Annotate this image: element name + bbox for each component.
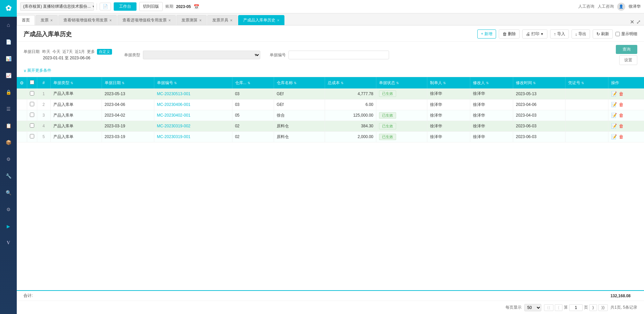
query-button[interactable]: 查询 bbox=[616, 45, 637, 54]
tab-sales-vat[interactable]: 查看销项增值税专用发票 × bbox=[58, 15, 117, 25]
col-voucher-num-header[interactable]: 凭证号 ⇅ bbox=[565, 77, 608, 88]
shortcut-custom[interactable]: 自定义 bbox=[97, 49, 112, 55]
per-page-select[interactable]: 50 100 200 bbox=[524, 304, 541, 311]
print-dropdown-icon[interactable]: ▼ bbox=[540, 32, 544, 36]
col-creator-header[interactable]: 制单人 ⇅ bbox=[427, 77, 470, 88]
topbar-right: 人工咨询 人工咨询 👤 徐泽华 bbox=[578, 3, 641, 11]
tab-purchase-vat[interactable]: 查看进项增值税专用发票 × bbox=[117, 15, 176, 25]
user-name[interactable]: 徐泽华 bbox=[629, 4, 641, 9]
col-settings[interactable]: ⚙ bbox=[17, 77, 27, 88]
sidebar-item-analytics[interactable]: 📈 bbox=[0, 67, 17, 84]
shortcut-7days[interactable]: 近7天 bbox=[62, 49, 73, 55]
sidebar-item-home[interactable]: ⌂ bbox=[0, 17, 17, 34]
filter-date-range[interactable]: 2023-01-01 至 2023-06-06 bbox=[43, 55, 112, 61]
show-detail-checkbox[interactable]: 显示明细 bbox=[615, 31, 637, 37]
tab-sales-vat-close[interactable]: × bbox=[109, 18, 112, 23]
sidebar-item-menu[interactable]: ☰ bbox=[0, 101, 17, 117]
tab-close-all-btn[interactable]: ✕ bbox=[630, 19, 634, 25]
tab-home[interactable]: 首页 bbox=[17, 15, 35, 25]
sidebar-item-gear2[interactable]: ⚙ bbox=[0, 201, 17, 218]
row4-delete-icon[interactable]: 🗑 bbox=[619, 123, 624, 129]
doc-template-btn[interactable]: 📄 bbox=[100, 3, 111, 10]
select-all-checkbox[interactable] bbox=[30, 80, 34, 84]
col-doc-type-header[interactable]: 单据类型 ⇅ bbox=[50, 77, 102, 88]
tab-invoice-open[interactable]: 发票开具 × bbox=[207, 15, 237, 25]
calendar-icon[interactable]: 📅 bbox=[194, 4, 199, 9]
sidebar-item-settings[interactable]: ⚙ bbox=[0, 151, 17, 168]
row5-modify-time: 2023-06-03 bbox=[513, 131, 565, 142]
support-btn[interactable]: 人工咨询 bbox=[578, 4, 594, 9]
sort-warehouse-code-icon: ⇅ bbox=[248, 81, 250, 85]
tab-invoice-open-close[interactable]: × bbox=[230, 18, 232, 23]
row3-checkbox[interactable] bbox=[27, 110, 37, 121]
tab-invoice-calc-close[interactable]: × bbox=[199, 18, 202, 23]
row4-checkbox[interactable] bbox=[27, 121, 37, 131]
tab-product-history-close[interactable]: × bbox=[277, 18, 279, 23]
row2-edit-icon[interactable]: 📝 bbox=[611, 102, 617, 107]
sidebar-item-box[interactable]: 📦 bbox=[0, 134, 17, 151]
row2-delete-icon[interactable]: 🗑 bbox=[619, 102, 624, 107]
company-dropdown-icon[interactable]: ▼ bbox=[92, 5, 94, 8]
sidebar-item-doc[interactable]: 📄 bbox=[0, 34, 17, 50]
tab-purchase-vat-close[interactable]: × bbox=[168, 18, 171, 23]
set-button[interactable]: 设置 bbox=[619, 55, 637, 65]
refresh-button[interactable]: ↻ 刷新 bbox=[593, 29, 613, 39]
sidebar-item-v[interactable]: V bbox=[0, 235, 17, 251]
tabbar: 首页 发票 × 查看销项增值税专用发票 × 查看进项增值税专用发票 × 发票测算… bbox=[17, 13, 644, 25]
shortcut-more[interactable]: 更多 bbox=[87, 49, 95, 55]
col-warehouse-name-header[interactable]: 仓库名称 ⇅ bbox=[274, 77, 325, 88]
shortcut-1month[interactable]: 近1月 bbox=[75, 49, 85, 55]
row5-delete-icon[interactable]: 🗑 bbox=[619, 134, 624, 139]
tab-invoice-calc[interactable]: 发票测算 × bbox=[176, 15, 207, 25]
tab-expand-btn[interactable]: ⤢ bbox=[636, 19, 641, 25]
page-number-input[interactable] bbox=[569, 304, 583, 311]
import-button[interactable]: ↑ 导入 bbox=[550, 29, 569, 39]
sidebar-item-search[interactable]: 🔍 bbox=[0, 184, 17, 201]
row5-edit-icon[interactable]: 📝 bbox=[611, 134, 617, 139]
col-total-cost-header[interactable]: 总成本 ⇅ bbox=[325, 77, 376, 88]
filter-doc-num-input[interactable] bbox=[288, 51, 389, 59]
page-next-btn[interactable]: ⟩ bbox=[589, 304, 597, 311]
row5-checkbox[interactable] bbox=[27, 131, 37, 142]
filter-doc-type-select[interactable] bbox=[143, 51, 260, 59]
shortcut-today[interactable]: 今天 bbox=[52, 49, 60, 55]
row2-checkbox[interactable] bbox=[27, 99, 37, 110]
row3-edit-icon[interactable]: 📝 bbox=[611, 113, 617, 118]
col-checkbox[interactable] bbox=[27, 77, 37, 88]
page-prev-btn[interactable]: ⟨ bbox=[555, 304, 562, 311]
row4-edit-icon[interactable]: 📝 bbox=[611, 123, 617, 129]
shortcut-yesterday[interactable]: 昨天 bbox=[42, 49, 50, 55]
delete-button[interactable]: 🗑 删除 bbox=[499, 29, 520, 39]
sidebar-item-tool[interactable]: 🔧 bbox=[0, 168, 17, 184]
col-doc-status-header[interactable]: 单据状态 ⇅ bbox=[376, 77, 427, 88]
header-actions: + 新增 🗑 删除 🖨 打印 ▼ ↑ 导入 ↓ 导出 bbox=[477, 29, 637, 39]
col-doc-num-header[interactable]: 单据编号 ⇅ bbox=[154, 77, 232, 88]
new-button[interactable]: + 新增 bbox=[477, 29, 496, 39]
col-doc-date-header[interactable]: 单据日期 ⇅ bbox=[102, 77, 154, 88]
tab-invoice-close[interactable]: × bbox=[50, 18, 53, 23]
column-settings-icon[interactable]: ⚙ bbox=[20, 80, 24, 85]
row3-delete-icon[interactable]: 🗑 bbox=[619, 113, 624, 118]
col-warehouse-code-header[interactable]: 仓库... ⇅ bbox=[232, 77, 274, 88]
tab-product-history[interactable]: 产成品入库单历史 × bbox=[238, 15, 284, 25]
switch-version-button[interactable]: 切到旧版 bbox=[139, 2, 163, 11]
sidebar-item-chart[interactable]: 📊 bbox=[0, 50, 17, 67]
row1-delete-icon[interactable]: 🗑 bbox=[619, 91, 624, 97]
row1-checkbox[interactable] bbox=[27, 88, 37, 99]
col-modify-time-header[interactable]: 修改时间 ⇅ bbox=[513, 77, 565, 88]
export-button[interactable]: ↓ 导出 bbox=[572, 29, 590, 39]
expand-filter-btn[interactable]: ∨ 展开更多条件 bbox=[23, 68, 637, 73]
support-label[interactable]: 人工咨询 bbox=[598, 4, 614, 9]
company-selector[interactable]: (库存核算) 直播轻绑通信息技术股份... ▼ bbox=[20, 2, 94, 11]
sidebar-item-lock[interactable]: 🔒 bbox=[0, 84, 17, 101]
page-last-btn[interactable]: ⟩⟩ bbox=[598, 304, 608, 311]
sidebar-item-bill[interactable]: 📋 bbox=[0, 117, 17, 134]
row1-edit-icon[interactable]: 📝 bbox=[611, 91, 617, 97]
account-period-label: 账期 bbox=[165, 4, 173, 9]
tab-invoice[interactable]: 发票 × bbox=[36, 15, 58, 25]
workbench-button[interactable]: 工作台 bbox=[114, 2, 137, 11]
sidebar-item-play[interactable]: ▶ bbox=[0, 218, 17, 235]
page-first-btn[interactable]: ⟨⟨ bbox=[544, 304, 553, 311]
col-modifier-header[interactable]: 修改人 ⇅ bbox=[470, 77, 513, 88]
print-button[interactable]: 🖨 打印 ▼ bbox=[522, 29, 547, 39]
